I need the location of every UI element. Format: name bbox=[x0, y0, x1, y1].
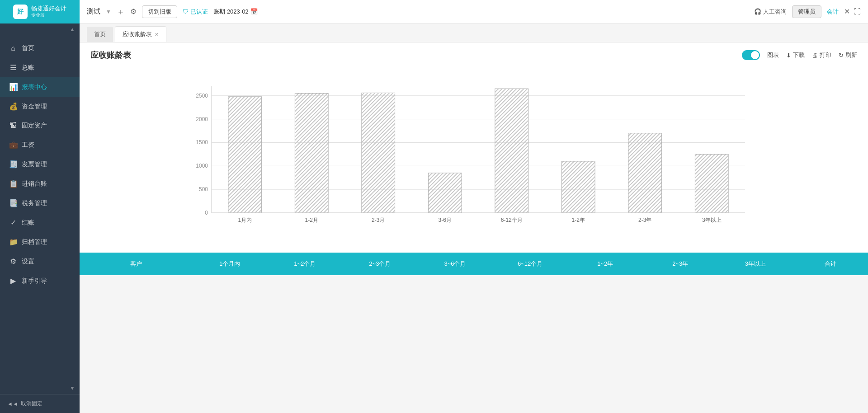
table-header-cell: 1~2个月 bbox=[267, 253, 342, 275]
archive-icon: 📁 bbox=[9, 238, 17, 246]
sidebar-item-label: 新手引导 bbox=[22, 277, 47, 285]
svg-text:2-3月: 2-3月 bbox=[372, 217, 385, 223]
tab-label: 应收账龄表 bbox=[123, 30, 152, 38]
sidebar-item-tax[interactable]: 📑税务管理 bbox=[0, 193, 80, 213]
sidebar-item-invoice[interactable]: 🧾发票管理 bbox=[0, 155, 80, 174]
sidebar-item-label: 税务管理 bbox=[22, 199, 47, 207]
sidebar-item-label: 发票管理 bbox=[22, 160, 47, 169]
logo-sub: 专业版 bbox=[31, 12, 66, 19]
logo-text: 畅捷通好会计 bbox=[31, 5, 66, 12]
guide-icon: ▶ bbox=[9, 277, 17, 285]
svg-text:1-2月: 1-2月 bbox=[305, 217, 318, 223]
svg-text:1000: 1000 bbox=[196, 163, 208, 169]
scroll-up-arrow[interactable]: ▲ bbox=[69, 25, 76, 33]
sidebar-item-reports[interactable]: 📊报表中心 bbox=[0, 77, 80, 97]
certified-status: 🛡 已认证 bbox=[183, 8, 208, 16]
table-header-cell: 2~3年 bbox=[643, 253, 718, 275]
ledger-icon: ☰ bbox=[9, 63, 17, 72]
table-header-cell: 合计 bbox=[793, 253, 868, 275]
refresh-icon: ↻ bbox=[839, 52, 844, 59]
chart-toggle[interactable] bbox=[742, 50, 760, 60]
tab-close-icon[interactable]: ✕ bbox=[155, 32, 159, 38]
svg-rect-16 bbox=[362, 93, 395, 213]
sidebar-item-label: 首页 bbox=[22, 44, 34, 52]
role-btn[interactable]: 会计 bbox=[827, 8, 839, 16]
expand-window-icon[interactable]: ⛶ bbox=[854, 8, 861, 16]
sidebar-item-purchase[interactable]: 📋进销台账 bbox=[0, 174, 80, 193]
sidebar: 好 畅捷通好会计 专业版 ▲ ⌂首页☰总账📊报表中心💰资金管理🏗固定资产💼工资🧾… bbox=[0, 0, 80, 413]
reports-icon: 📊 bbox=[9, 83, 17, 91]
chart-area: 050010001500200025001月内1-2月2-3月3-6月6-12个… bbox=[80, 68, 868, 253]
sidebar-item-funds[interactable]: 💰资金管理 bbox=[0, 97, 80, 116]
sidebar-item-archive[interactable]: 📁归档管理 bbox=[0, 232, 80, 252]
svg-text:1月内: 1月内 bbox=[238, 217, 252, 223]
refresh-btn[interactable]: ↻ 刷新 bbox=[839, 51, 857, 59]
sidebar-item-label: 报表中心 bbox=[22, 83, 47, 91]
tab-label: 首页 bbox=[94, 30, 106, 38]
sidebar-item-settings[interactable]: ⚙设置 bbox=[0, 252, 80, 271]
download-btn[interactable]: ⬇ 下载 bbox=[786, 51, 805, 59]
sidebar-menu: ⌂首页☰总账📊报表中心💰资金管理🏗固定资产💼工资🧾发票管理📋进销台账📑税务管理✓… bbox=[0, 35, 80, 382]
svg-rect-22 bbox=[561, 161, 595, 213]
home-icon: ⌂ bbox=[9, 44, 17, 52]
svg-rect-14 bbox=[295, 94, 328, 213]
settings-icon: ⚙ bbox=[9, 257, 17, 266]
manager-btn[interactable]: 管理员 bbox=[792, 5, 821, 18]
table-header-cell: 客户 bbox=[80, 253, 192, 275]
service-btn[interactable]: 🎧 人工咨询 bbox=[754, 8, 787, 16]
svg-text:2500: 2500 bbox=[196, 93, 208, 99]
settings-gear-icon[interactable]: ⚙ bbox=[130, 7, 137, 16]
print-btn[interactable]: 🖨 打印 bbox=[812, 51, 831, 59]
sidebar-item-label: 固定资产 bbox=[22, 122, 47, 130]
company-dropdown-arrow[interactable]: ▼ bbox=[106, 9, 111, 15]
table-header: 客户1个月内1~2个月2~3个月3~6个月6~12个月1~2年2~3年3年以上合… bbox=[80, 253, 868, 275]
table-header-cell: 3~6个月 bbox=[417, 253, 492, 275]
table-header-cell: 1~2年 bbox=[568, 253, 643, 275]
table-header-cell: 3年以上 bbox=[718, 253, 793, 275]
sidebar-item-label: 结账 bbox=[22, 219, 34, 227]
svg-text:2-3年: 2-3年 bbox=[638, 217, 651, 223]
print-icon: 🖨 bbox=[812, 52, 818, 59]
tabbar: 首页应收账龄表✕ bbox=[80, 23, 868, 42]
svg-text:1500: 1500 bbox=[196, 139, 208, 145]
scroll-down-arrow[interactable]: ▼ bbox=[69, 384, 76, 392]
svg-text:6-12个月: 6-12个月 bbox=[501, 217, 523, 223]
svg-text:1-2年: 1-2年 bbox=[572, 217, 585, 223]
table-header-cell: 6~12个月 bbox=[493, 253, 568, 275]
svg-text:500: 500 bbox=[199, 186, 208, 192]
sidebar-item-label: 资金管理 bbox=[22, 103, 47, 111]
tab-aging[interactable]: 应收账龄表✕ bbox=[115, 26, 166, 42]
cancel-fixed-btn[interactable]: ◄◄ 取消固定 bbox=[0, 394, 80, 413]
switch-old-version-btn[interactable]: 切到旧版 bbox=[142, 5, 177, 18]
company-name: 测试 bbox=[87, 7, 100, 16]
add-company-btn[interactable]: ＋ bbox=[117, 6, 125, 17]
sidebar-item-payroll[interactable]: 💼工资 bbox=[0, 135, 80, 155]
svg-rect-26 bbox=[695, 154, 728, 213]
svg-rect-20 bbox=[495, 89, 528, 213]
svg-text:0: 0 bbox=[205, 210, 208, 216]
payroll-icon: 💼 bbox=[9, 141, 17, 149]
svg-text:2000: 2000 bbox=[196, 116, 208, 122]
sidebar-item-assets[interactable]: 🏗固定资产 bbox=[0, 116, 80, 135]
purchase-icon: 📋 bbox=[9, 179, 17, 188]
sidebar-item-label: 工资 bbox=[22, 141, 34, 149]
assets-icon: 🏗 bbox=[9, 122, 17, 130]
sidebar-item-closing[interactable]: ✓结账 bbox=[0, 213, 80, 232]
svg-rect-18 bbox=[428, 173, 462, 213]
sidebar-item-guide[interactable]: ▶新手引导 bbox=[0, 271, 80, 291]
svg-rect-12 bbox=[228, 97, 262, 213]
period-display: 账期 2023-02 📅 bbox=[213, 8, 258, 16]
sidebar-item-home[interactable]: ⌂首页 bbox=[0, 39, 80, 58]
tab-home[interactable]: 首页 bbox=[87, 27, 113, 42]
sidebar-item-label: 设置 bbox=[22, 258, 34, 266]
sidebar-item-label: 总账 bbox=[22, 64, 34, 72]
closing-icon: ✓ bbox=[9, 218, 17, 227]
table-header-cell: 1个月内 bbox=[192, 253, 267, 275]
close-window-icon[interactable]: ✕ bbox=[844, 7, 850, 16]
svg-rect-24 bbox=[628, 133, 662, 213]
topbar: 测试 ▼ ＋ ⚙ 切到旧版 🛡 已认证 账期 2023-02 📅 🎧 人工咨询 … bbox=[80, 0, 868, 23]
svg-text:3-6月: 3-6月 bbox=[439, 217, 452, 223]
invoice-icon: 🧾 bbox=[9, 160, 17, 169]
sidebar-item-ledger[interactable]: ☰总账 bbox=[0, 58, 80, 77]
tax-icon: 📑 bbox=[9, 199, 17, 207]
